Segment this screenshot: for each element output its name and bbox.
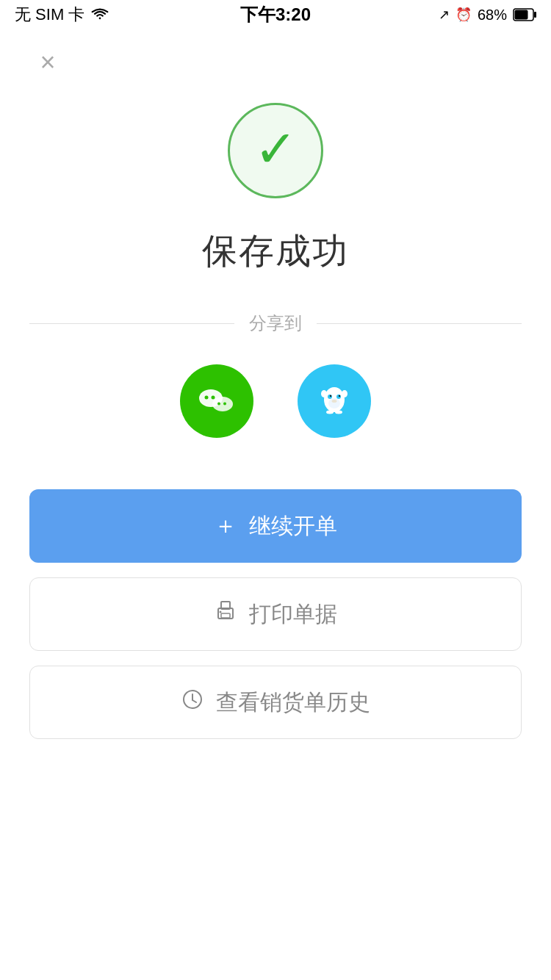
- share-label: 分享到: [249, 311, 302, 335]
- svg-point-8: [223, 403, 226, 406]
- wechat-share-button[interactable]: [180, 364, 253, 438]
- svg-point-23: [220, 611, 222, 613]
- battery-icon: [513, 8, 536, 21]
- svg-point-19: [328, 398, 340, 408]
- divider-left: [29, 323, 234, 324]
- success-circle: ✓: [228, 103, 323, 198]
- svg-point-12: [330, 395, 331, 397]
- qq-share-button[interactable]: [298, 364, 371, 438]
- svg-point-5: [205, 396, 209, 400]
- checkmark-icon: ✓: [254, 123, 298, 175]
- svg-point-13: [339, 395, 340, 397]
- alarm-icon: ⏰: [455, 7, 472, 23]
- svg-rect-22: [221, 613, 230, 618]
- status-right: ↗ ⏰ 68%: [439, 7, 536, 24]
- print-receipt-label: 打印单据: [249, 599, 337, 630]
- print-receipt-button[interactable]: 打印单据: [29, 577, 522, 651]
- svg-point-16: [342, 390, 347, 397]
- share-divider: 分享到: [29, 311, 522, 335]
- view-history-button[interactable]: 查看销货单历史: [29, 666, 522, 739]
- svg-point-11: [336, 394, 341, 399]
- print-icon: [214, 599, 237, 629]
- sim-status: 无 SIM 卡: [15, 4, 84, 26]
- svg-rect-1: [534, 12, 536, 18]
- share-icons: [180, 364, 371, 438]
- continue-order-icon: ＋: [214, 510, 237, 542]
- svg-point-6: [212, 396, 215, 400]
- status-bar: 无 SIM 卡 下午3:20 ↗ ⏰ 68%: [0, 0, 551, 29]
- wechat-icon: [195, 379, 239, 423]
- continue-order-button[interactable]: ＋ 继续开单: [29, 489, 522, 563]
- close-button[interactable]: ×: [29, 44, 66, 81]
- history-icon: [181, 688, 204, 717]
- view-history-label: 查看销货单历史: [216, 688, 370, 718]
- status-left: 无 SIM 卡: [15, 4, 109, 26]
- location-icon: ↗: [439, 7, 450, 23]
- svg-point-4: [212, 397, 233, 411]
- continue-order-label: 继续开单: [249, 511, 337, 541]
- main-content: × ✓ 保存成功 分享到: [0, 29, 551, 980]
- success-section: ✓ 保存成功: [202, 103, 349, 275]
- share-section: 分享到: [29, 311, 522, 438]
- battery-percent: 68%: [478, 7, 507, 24]
- divider-right: [317, 323, 522, 324]
- svg-point-7: [217, 403, 220, 406]
- status-time: 下午3:20: [240, 3, 311, 26]
- success-title: 保存成功: [202, 228, 349, 275]
- actions-section: ＋ 继续开单 打印单据 查看销货单历史: [29, 489, 522, 739]
- svg-point-10: [328, 394, 332, 399]
- svg-point-15: [321, 390, 327, 397]
- wifi-icon: [90, 7, 109, 22]
- svg-rect-2: [515, 10, 528, 20]
- qq-icon: [312, 379, 356, 423]
- svg-point-17: [326, 411, 334, 414]
- close-icon: ×: [40, 49, 55, 76]
- svg-line-26: [192, 700, 196, 702]
- svg-point-18: [335, 411, 342, 414]
